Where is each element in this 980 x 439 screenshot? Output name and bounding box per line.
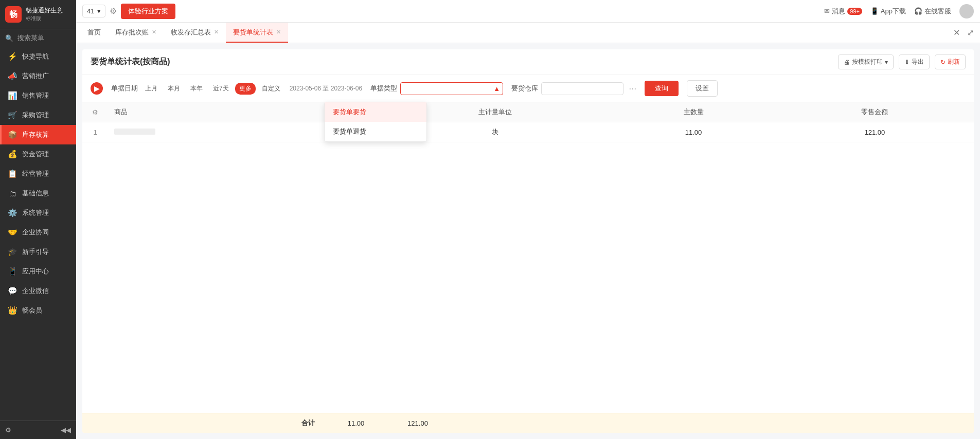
sidebar-item-member[interactable]: 👑 畅会员 <box>0 301 76 320</box>
app-download-icon: 📱 <box>870 7 879 15</box>
bill-type-label: 单据类型 <box>370 84 397 93</box>
sidebar-item-finance[interactable]: 💰 资金管理 <box>0 144 76 164</box>
bill-type-input[interactable] <box>400 82 503 95</box>
sidebar-nav: ⚡ 快捷导航 📣 营销推广 📊 销售管理 🛒 采购管理 📦 库存核算 💰 资金管… <box>0 47 76 420</box>
settings-btn[interactable]: 设置 <box>687 80 718 97</box>
btn-this-year[interactable]: 本年 <box>186 83 207 95</box>
dropdown-item-return[interactable]: 要货单退货 <box>325 122 426 141</box>
purchase-icon: 🛒 <box>7 111 18 120</box>
collapse-btn[interactable]: ◀◀ <box>61 426 71 434</box>
export-label: 导出 <box>912 58 924 66</box>
topbar-settings-icon[interactable]: ⚙ <box>110 6 117 16</box>
sidebar-item-label: 销售管理 <box>22 91 49 100</box>
dropdown-item-purchase[interactable]: 要货单要货 <box>325 102 426 122</box>
message-item[interactable]: ✉ 消息 99+ <box>824 7 862 16</box>
tab-inventory-batch[interactable]: 库存批次账 ✕ <box>108 23 164 43</box>
sidebar-logo: 畅 畅捷通好生意 标准版 <box>0 0 76 29</box>
sidebar-item-app-center[interactable]: 📱 应用中心 <box>0 262 76 281</box>
tab-recv-summary-close[interactable]: ✕ <box>214 29 219 35</box>
refresh-label: 刷新 <box>948 58 960 66</box>
bill-type-arrow-icon[interactable]: ▲ <box>493 85 500 93</box>
tab-home[interactable]: 首页 <box>80 23 108 43</box>
table-container: ⚙ 商品 主计量单位 主数量 零售金额 1 <box>82 102 974 413</box>
sidebar-item-guide[interactable]: 🎓 新手引导 <box>0 242 76 262</box>
inventory-icon: 📦 <box>7 130 18 139</box>
print-dropdown-icon: ▾ <box>885 59 888 66</box>
search-menu[interactable]: 🔍 搜索菜单 <box>0 29 76 47</box>
user-avatar[interactable] <box>959 4 974 19</box>
print-btn[interactable]: 🖨 按模板打印 ▾ <box>838 54 894 69</box>
export-btn[interactable]: ⬇ 导出 <box>899 54 930 69</box>
btn-last-month[interactable]: 上月 <box>141 83 162 95</box>
query-btn[interactable]: 查询 <box>645 81 679 96</box>
filter-bar: ▶ 单据日期 上月 本月 本年 近7天 更多 自定义 2023-05-06 至 … <box>82 75 974 102</box>
page-title: 要货单统计表(按商品) <box>91 57 170 67</box>
message-icon: ✉ <box>824 7 830 15</box>
refresh-btn[interactable]: ↻ 刷新 <box>935 54 966 69</box>
online-service-item[interactable]: 🎧 在线客服 <box>914 7 951 16</box>
tab-close-all-icon[interactable]: ✕ <box>951 28 962 38</box>
table-body: 1 块 11.00 121.00 <box>82 122 974 142</box>
th-settings: ⚙ <box>82 102 108 122</box>
settings-icon[interactable]: ⚙ <box>5 426 11 434</box>
tab-inventory-batch-close[interactable]: ✕ <box>152 29 156 35</box>
btn-7days[interactable]: 近7天 <box>209 83 233 95</box>
guide-icon: 🎓 <box>7 247 18 257</box>
sidebar-item-marketing[interactable]: 📣 营销推广 <box>0 66 76 86</box>
sidebar-item-label: 经营管理 <box>22 169 49 178</box>
cell-num: 1 <box>82 122 108 142</box>
table-footer: 合计 11.00 121.00 <box>82 413 974 433</box>
logo-icon: 畅 <box>5 6 22 23</box>
warehouse-filter-group: 要货仓库 ··· <box>511 82 636 95</box>
tabs-bar: 首页 库存批次账 ✕ 收发存汇总表 ✕ 要货单统计表 ✕ ✕ ⤢ <box>76 23 980 43</box>
sidebar-bottom: ⚙ ◀◀ <box>0 420 76 439</box>
trial-btn[interactable]: 体验行业方案 <box>121 4 175 19</box>
btn-more-dates[interactable]: 更多 <box>235 83 256 95</box>
filter-expand-btn[interactable]: ▶ <box>91 82 103 95</box>
marketing-icon: 📣 <box>7 71 18 81</box>
sidebar-item-label: 畅会员 <box>22 306 42 315</box>
member-icon: 👑 <box>7 306 18 315</box>
message-label: 消息 <box>832 7 845 16</box>
sidebar-item-wechat[interactable]: 💬 企业微信 <box>0 281 76 301</box>
search-label: 搜索菜单 <box>17 33 44 43</box>
wechat-icon: 💬 <box>7 286 18 296</box>
page-actions: 🖨 按模板打印 ▾ ⬇ 导出 ↻ 刷新 <box>838 54 966 69</box>
btn-this-month[interactable]: 本月 <box>164 83 184 95</box>
main-area: 41 ▾ ⚙ 体验行业方案 ✉ 消息 99+ 📱 App下载 🎧 在线客服 <box>76 0 980 439</box>
filter-more-icon[interactable]: ··· <box>629 83 636 94</box>
bill-type-dropdown: 要货单要货 要货单退货 <box>324 102 427 142</box>
export-icon: ⬇ <box>904 59 910 66</box>
column-settings-icon[interactable]: ⚙ <box>92 108 98 116</box>
bill-type-select: ▲ <box>400 82 503 95</box>
warehouse-input[interactable] <box>541 82 623 95</box>
sidebar-item-system[interactable]: ⚙️ 系统管理 <box>0 203 76 223</box>
sidebar-item-quick-nav[interactable]: ⚡ 快捷导航 <box>0 47 76 66</box>
tab-order-summary[interactable]: 要货单统计表 ✕ <box>226 23 288 43</box>
sidebar-item-inventory[interactable]: 📦 库存核算 <box>0 125 76 144</box>
tab-recv-summary[interactable]: 收发存汇总表 ✕ <box>164 23 226 43</box>
sidebar-item-sales[interactable]: 📊 销售管理 <box>0 86 76 105</box>
sidebar-item-label: 资金管理 <box>22 150 49 159</box>
sidebar-item-operation[interactable]: 📋 经营管理 <box>0 164 76 184</box>
store-selector[interactable]: 41 ▾ <box>82 5 105 17</box>
print-label: 按模板打印 <box>852 58 883 66</box>
btn-custom[interactable]: 自定义 <box>258 83 284 95</box>
store-name: 41 <box>87 7 94 15</box>
online-service-label: 在线客服 <box>924 7 951 16</box>
sidebar-item-label: 企业协同 <box>22 228 49 237</box>
footer-amount: 121.00 <box>387 419 449 427</box>
topbar: 41 ▾ ⚙ 体验行业方案 ✉ 消息 99+ 📱 App下载 🎧 在线客服 <box>76 0 980 23</box>
sidebar-item-enterprise[interactable]: 🤝 企业协同 <box>0 223 76 242</box>
tab-order-summary-close[interactable]: ✕ <box>276 29 281 35</box>
app-download-item[interactable]: 📱 App下载 <box>870 7 906 16</box>
sidebar-item-label: 基础信息 <box>22 189 49 198</box>
sidebar-item-base[interactable]: 🗂 基础信息 <box>0 184 76 203</box>
sidebar-item-purchase[interactable]: 🛒 采购管理 <box>0 105 76 125</box>
quick-nav-icon: ⚡ <box>7 52 18 61</box>
sidebar-item-label: 系统管理 <box>22 208 49 217</box>
logo-sub: 标准版 <box>26 15 63 22</box>
message-badge: 99+ <box>847 8 862 15</box>
topbar-left: 41 ▾ ⚙ 体验行业方案 <box>82 4 824 19</box>
tab-expand-icon[interactable]: ⤢ <box>965 28 976 38</box>
